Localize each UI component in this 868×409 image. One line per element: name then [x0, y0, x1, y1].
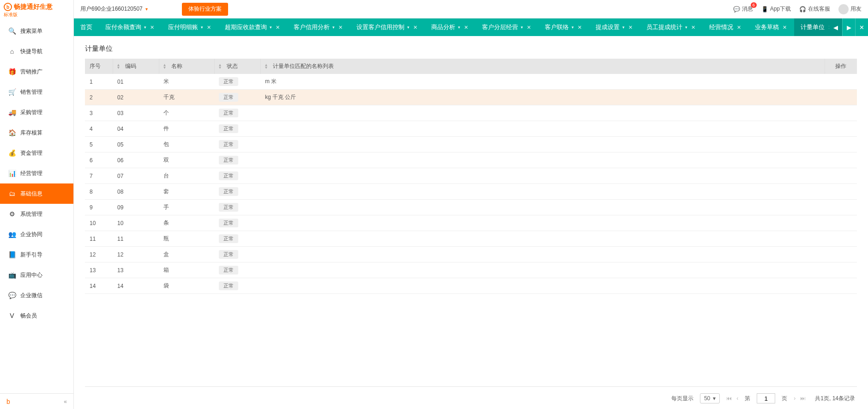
tab-close-icon[interactable]: ✕: [627, 24, 633, 31]
col-name[interactable]: ▲▼ 名称: [159, 59, 214, 74]
prev-page-button[interactable]: ‹: [736, 395, 738, 402]
tab-0[interactable]: 首页: [74, 18, 99, 36]
tab-5[interactable]: 设置客户信用控制▾✕: [350, 18, 425, 36]
sidebar-item-14[interactable]: V畅会员: [0, 305, 73, 326]
col-match[interactable]: ▲▼ 计量单位匹配的名称列表: [260, 59, 825, 74]
sidebar-item-label: 资金管理: [20, 149, 42, 157]
chevron-down-icon: ▾: [458, 25, 460, 30]
table-row[interactable]: 909手正常: [85, 200, 857, 215]
tab-close-icon[interactable]: ✕: [338, 24, 344, 31]
tenant-select[interactable]: 用户690企业1660120507 ▾: [80, 5, 177, 13]
tab-close-icon[interactable]: ✕: [463, 24, 469, 31]
cta-button[interactable]: 体验行业方案: [182, 3, 228, 16]
tab-12[interactable]: 业务草稿✕: [748, 18, 794, 36]
cell-ops: [825, 153, 857, 168]
service-link[interactable]: 🎧 在线客服: [799, 5, 830, 13]
page-label-pre: 第: [745, 395, 750, 403]
tab-label: 应付余额查询: [105, 23, 141, 31]
table-row[interactable]: 101米正常m 米: [85, 74, 857, 90]
tab-11[interactable]: 经营情况✕: [703, 18, 748, 36]
tab-close-icon[interactable]: ✕: [412, 24, 418, 31]
per-page-select[interactable]: 50 ▾: [700, 393, 720, 403]
table-row[interactable]: 1212盒正常: [85, 247, 857, 262]
cell-seq: 14: [85, 278, 113, 294]
sidebar-footer: b «: [0, 393, 73, 409]
sidebar-item-10[interactable]: 👥企业协同: [0, 224, 73, 244]
sidebar-item-11[interactable]: 📘新手引导: [0, 244, 73, 265]
cell-seq: 13: [85, 262, 113, 278]
tab-4[interactable]: 客户信用分析▾✕: [287, 18, 350, 36]
collapse-sidebar-icon[interactable]: «: [64, 398, 67, 405]
sidebar-item-6[interactable]: 💰资金管理: [0, 143, 73, 163]
tab-close-icon[interactable]: ✕: [827, 24, 829, 31]
last-page-button[interactable]: ⏭: [800, 395, 806, 402]
col-code[interactable]: ▲▼ 编码: [113, 59, 159, 74]
sidebar-item-12[interactable]: 📺应用中心: [0, 265, 73, 285]
tab-8[interactable]: 客户联络▾✕: [538, 18, 589, 36]
tab-close-icon[interactable]: ✕: [206, 24, 212, 31]
table-row[interactable]: 1010条正常: [85, 215, 857, 231]
sidebar-item-2[interactable]: 🎁营销推广: [0, 61, 73, 82]
tab-3[interactable]: 超期应收款查询▾✕: [218, 18, 287, 36]
tab-10[interactable]: 员工提成统计▾✕: [640, 18, 703, 36]
messages-link[interactable]: 💬 消息 6: [733, 5, 753, 13]
page-input[interactable]: [757, 393, 775, 403]
tab-scroll-left[interactable]: ◀: [829, 18, 842, 36]
table-row[interactable]: 404件正常: [85, 121, 857, 137]
status-badge: 正常: [219, 266, 238, 275]
cell-status: 正常: [214, 184, 260, 200]
tab-close-icon[interactable]: ✕: [526, 24, 532, 31]
avatar: [838, 4, 849, 14]
tab-scroll-right[interactable]: ▶: [842, 18, 855, 36]
tab-7[interactable]: 客户分层经营▾✕: [476, 18, 538, 36]
tab-controls: ◀ ▶ ✕: [829, 18, 868, 36]
tab-close-icon[interactable]: ✕: [149, 24, 155, 31]
tab-2[interactable]: 应付明细账▾✕: [162, 18, 218, 36]
cell-ops: [825, 247, 857, 262]
col-seq[interactable]: 序号: [85, 59, 113, 74]
sidebar-item-0[interactable]: 🔍搜索菜单: [0, 21, 73, 41]
table-row[interactable]: 303个正常: [85, 105, 857, 121]
tab-1[interactable]: 应付余额查询▾✕: [99, 18, 162, 36]
table-row[interactable]: 808套正常: [85, 184, 857, 200]
tab-13[interactable]: 计量单位✕: [794, 18, 829, 36]
cell-status: 正常: [214, 247, 260, 262]
sidebar-item-1[interactable]: ⌂快捷导航: [0, 41, 73, 61]
tab-close-icon[interactable]: ✕: [275, 24, 281, 31]
tab-close-all[interactable]: ✕: [855, 18, 868, 36]
logo: b 畅捷通好生意 标准版: [0, 0, 73, 18]
table-row[interactable]: 707台正常: [85, 168, 857, 184]
sidebar-item-3[interactable]: 🛒销售管理: [0, 82, 73, 102]
cell-name: 双: [159, 153, 214, 168]
sidebar-item-label: 基础信息: [20, 190, 42, 198]
table-row[interactable]: 202千克正常kg 千克 公斤: [85, 90, 857, 105]
sidebar-item-4[interactable]: 🚚采购管理: [0, 102, 73, 122]
tab-close-icon[interactable]: ✕: [736, 24, 742, 31]
table-row[interactable]: 505包正常: [85, 137, 857, 153]
col-status[interactable]: ▲▼ 状态: [214, 59, 260, 74]
tab-close-icon[interactable]: ✕: [690, 24, 696, 31]
tab-9[interactable]: 提成设置▾✕: [589, 18, 640, 36]
user-menu[interactable]: 用友: [838, 4, 862, 14]
table-row[interactable]: 606双正常: [85, 153, 857, 168]
cell-match: kg 千克 公斤: [260, 90, 825, 105]
table-row[interactable]: 1313箱正常: [85, 262, 857, 278]
tab-close-icon[interactable]: ✕: [782, 24, 788, 31]
tab-6[interactable]: 商品分析▾✕: [425, 18, 476, 36]
sidebar-item-7[interactable]: 📊经营管理: [0, 163, 73, 183]
sidebar-item-13[interactable]: 💬企业微信: [0, 285, 73, 305]
tab-close-icon[interactable]: ✕: [577, 24, 583, 31]
chart-icon: 📊: [8, 170, 16, 177]
sidebar-item-label: 应用中心: [20, 271, 42, 279]
tab-label: 业务草稿: [755, 23, 779, 31]
sidebar-item-9[interactable]: ⚙系统管理: [0, 204, 73, 224]
sidebar-item-5[interactable]: 🏠库存核算: [0, 122, 73, 143]
table-row[interactable]: 1111瓶正常: [85, 231, 857, 247]
sidebar-item-8[interactable]: 🗂基础信息: [0, 183, 73, 204]
download-link[interactable]: 📱 App下载: [761, 5, 791, 13]
first-page-button[interactable]: ⏮: [726, 395, 732, 402]
next-page-button[interactable]: ›: [794, 395, 796, 402]
sidebar-item-label: 经营管理: [20, 170, 42, 177]
sidebar-item-label: 快捷导航: [20, 48, 42, 55]
table-row[interactable]: 1414袋正常: [85, 278, 857, 294]
